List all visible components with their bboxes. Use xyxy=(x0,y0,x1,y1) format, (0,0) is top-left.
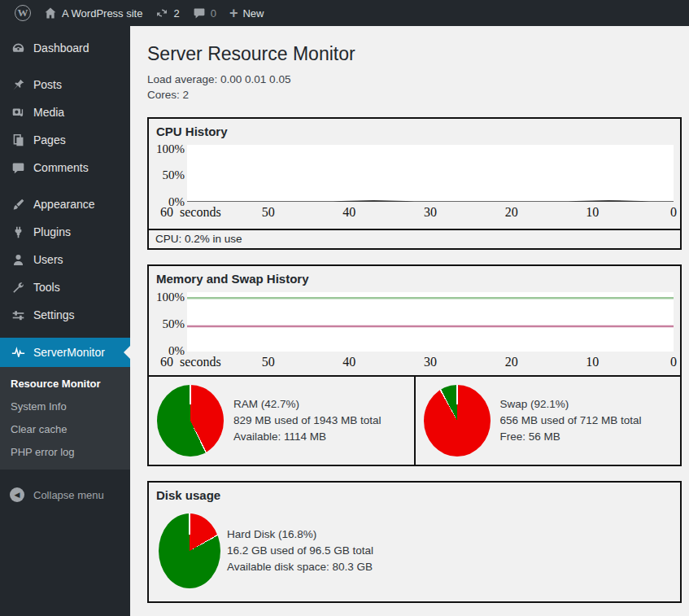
plug-icon xyxy=(10,225,26,239)
x-tick: 20 xyxy=(505,205,518,220)
sliders-icon xyxy=(10,308,26,322)
swap-used-line: 656 MB used of 712 MB total xyxy=(500,413,642,429)
disk-usage-content: Hard Disk (16.8%) 16.2 GB used of 96.5 G… xyxy=(149,507,680,601)
submenu-item-php-error-log[interactable]: PHP error log xyxy=(0,440,130,463)
memory-panel-title: Memory and Swap History xyxy=(149,266,680,291)
x-tick: 60 seconds xyxy=(160,205,221,220)
load-average-text: Load average: 0.00 0.01 0.05 xyxy=(147,72,682,87)
memory-swap-history-panel: Memory and Swap History 100% 50% 0% 60 s… xyxy=(147,264,682,377)
memory-x-axis: 60 seconds50403020100 xyxy=(187,355,674,375)
x-tick: 50 xyxy=(262,205,275,220)
x-tick: 30 xyxy=(424,205,437,220)
cpu-status-text: CPU: 0.2% in use xyxy=(149,229,680,248)
x-tick: 10 xyxy=(586,355,599,369)
submenu-item-clear-cache[interactable]: Clear cache xyxy=(0,417,130,440)
sidebar-item-label: Tools xyxy=(33,281,60,294)
cores-text: Cores: 2 xyxy=(147,87,682,103)
ram-percent-line: RAM (42.7%) xyxy=(233,396,382,413)
updates-icon xyxy=(155,7,168,20)
y-tick-100: 100% xyxy=(156,142,185,156)
speech-bubble-icon xyxy=(10,161,26,175)
wordpress-logo-icon: W xyxy=(15,5,31,21)
collapse-menu-label: Collapse menu xyxy=(33,489,104,501)
ram-pie-chart xyxy=(157,385,224,457)
collapse-menu-button[interactable]: ◀ Collapse menu xyxy=(0,481,130,509)
disk-usage-panel: Disk usage Hard Disk (16.8%) 16.2 GB use… xyxy=(147,481,682,603)
swap-pie-chart xyxy=(424,385,491,457)
x-tick: 40 xyxy=(342,205,355,220)
sidebar-item-posts[interactable]: Posts xyxy=(0,71,130,98)
x-tick: 0 xyxy=(670,355,677,369)
submenu-item-resource-monitor[interactable]: Resource Monitor xyxy=(0,372,130,395)
swap-free-line: Free: 56 MB xyxy=(500,429,642,445)
sidebar-item-label: Comments xyxy=(33,161,89,174)
x-tick: 40 xyxy=(342,355,355,369)
new-content-button[interactable]: + New xyxy=(223,0,271,26)
comments-link[interactable]: 0 xyxy=(186,0,223,26)
admin-bar: W A WordPress site 2 0 + New xyxy=(0,0,689,26)
swap-usage-text: Swap (92.1%) 656 MB used of 712 MB total… xyxy=(500,396,642,445)
sidebar-item-label: Settings xyxy=(33,308,75,321)
sidebar-item-comments[interactable]: Comments xyxy=(0,154,130,181)
swap-usage-box: Swap (92.1%) 656 MB used of 712 MB total… xyxy=(414,375,682,466)
disk-panel-title: Disk usage xyxy=(149,483,680,507)
y-tick-100: 100% xyxy=(156,291,185,304)
sidebar-item-pages[interactable]: Pages xyxy=(0,126,130,154)
sidebar-item-label: Posts xyxy=(33,78,62,91)
sidebar-item-label: Users xyxy=(33,253,63,266)
pulse-monitor-icon xyxy=(10,346,26,360)
ram-used-line: 829 MB used of 1943 MB total xyxy=(233,413,382,429)
sidebar-item-servermonitor[interactable]: ServerMonitor xyxy=(0,338,130,367)
camera-note-icon xyxy=(10,106,26,120)
sidebar-item-dashboard[interactable]: Dashboard xyxy=(0,34,130,62)
swap-percent-line: Swap (92.1%) xyxy=(500,396,642,413)
wordpress-menu-button[interactable]: W xyxy=(8,0,37,26)
sidebar-item-plugins[interactable]: Plugins xyxy=(0,218,130,246)
disk-usage-text: Hard Disk (16.8%) 16.2 GB used of 96.5 G… xyxy=(227,526,373,575)
cpu-y-axis: 100% 50% 0% xyxy=(149,145,187,202)
collapse-arrow-icon: ◀ xyxy=(10,487,24,502)
x-tick: 10 xyxy=(586,205,599,220)
cpu-history-panel: CPU History 100% 50% 0% 60 seconds504030… xyxy=(147,117,682,250)
user-icon xyxy=(10,253,26,267)
pushpin-icon xyxy=(10,78,26,92)
submenu-item-system-info[interactable]: System Info xyxy=(0,395,130,417)
x-tick: 60 seconds xyxy=(160,355,221,369)
page-title: Server Resource Monitor xyxy=(147,43,682,65)
x-tick: 50 xyxy=(262,355,275,369)
site-name-label: A WordPress site xyxy=(62,7,142,20)
cpu-history-chart: 100% 50% 0% 60 seconds50403020100 xyxy=(149,145,674,225)
paintbrush-icon xyxy=(10,198,26,212)
updates-count: 2 xyxy=(173,7,179,20)
plus-icon: + xyxy=(229,6,238,20)
sidebar-item-settings[interactable]: Settings xyxy=(0,301,130,329)
main-content: Server Resource Monitor Load average: 0.… xyxy=(130,26,689,616)
sidebar-item-label: Plugins xyxy=(33,225,71,238)
disk-used-line: 16.2 GB used of 96.5 GB total xyxy=(227,543,373,559)
current-item-arrow xyxy=(117,346,130,359)
y-tick-50: 50% xyxy=(163,168,185,182)
site-name-link[interactable]: A WordPress site xyxy=(37,0,149,26)
home-icon xyxy=(44,7,57,20)
memory-y-axis: 100% 50% 0% xyxy=(149,292,187,352)
sidebar-item-label: Dashboard xyxy=(33,42,89,55)
disk-pie-chart xyxy=(159,513,220,588)
x-tick: 20 xyxy=(505,355,518,369)
sidebar-item-tools[interactable]: Tools xyxy=(0,273,130,301)
dashboard-gauge-icon xyxy=(10,42,26,55)
memory-plot-area xyxy=(187,292,674,352)
x-tick: 0 xyxy=(670,205,677,220)
sidebar-item-label: ServerMonitor xyxy=(33,346,105,359)
sidebar-item-appearance[interactable]: Appearance xyxy=(0,190,130,218)
sidebar-item-media[interactable]: Media xyxy=(0,98,130,126)
cpu-plot-area xyxy=(187,145,674,202)
sidebar-item-users[interactable]: Users xyxy=(0,246,130,273)
new-label: New xyxy=(242,7,264,20)
memory-history-chart: 100% 50% 0% 60 seconds50403020100 xyxy=(149,292,674,375)
y-tick-50: 50% xyxy=(163,317,185,331)
memory-pie-row: RAM (42.7%) 829 MB used of 1943 MB total… xyxy=(147,375,682,466)
sidebar-item-label: Appearance xyxy=(33,198,95,211)
comments-count: 0 xyxy=(211,7,216,20)
updates-link[interactable]: 2 xyxy=(149,0,185,26)
ram-available-line: Available: 1114 MB xyxy=(233,429,382,445)
